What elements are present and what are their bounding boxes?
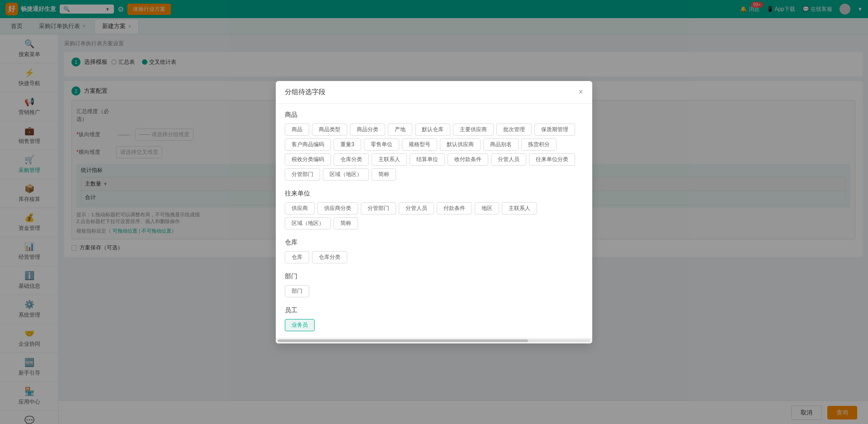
field-tag-customer-code[interactable]: 客户商品编码 (285, 138, 331, 151)
field-tag-default-supplier[interactable]: 默认供应商 (440, 138, 481, 151)
field-tags-partner: 供应商 供应商分类 分管部门 分管人员 付款条件 地区 主联系人 区域（地区） … (285, 202, 583, 229)
field-tag-warehouse-category[interactable]: 仓库分类 (334, 153, 369, 166)
field-tag-supervisor-dept[interactable]: 分管部门 (285, 168, 320, 181)
field-tag-short-name-product[interactable]: 简称 (372, 168, 396, 181)
field-group-dept: 部门 部门 (285, 272, 583, 297)
field-tag-dept[interactable]: 部门 (285, 285, 309, 297)
field-tag-pick-points[interactable]: 拣货积分 (521, 138, 557, 151)
field-tags-warehouse: 仓库 仓库分类 (285, 251, 583, 263)
field-tag-partner-category[interactable]: 往来单位分类 (529, 153, 575, 166)
field-group-employee: 员工 业务员 (285, 306, 583, 331)
field-tag-dept-partner[interactable]: 分管部门 (361, 202, 396, 214)
field-tag-origin[interactable]: 产地 (388, 124, 412, 136)
field-tag-product[interactable]: 商品 (285, 124, 309, 136)
field-tag-supplier[interactable]: 供应商 (285, 202, 315, 214)
field-tag-region-product[interactable]: 区域（地区） (323, 168, 369, 181)
modal-title: 分组待选字段 (285, 88, 326, 96)
field-tag-product-alias[interactable]: 商品别名 (483, 138, 519, 151)
field-tag-warehouse-cat[interactable]: 仓库分类 (312, 251, 347, 263)
field-tag-contact-partner[interactable]: 主联系人 (502, 202, 537, 214)
field-tag-supervisor[interactable]: 分管人员 (491, 153, 526, 166)
field-tag-person-partner[interactable]: 分管人员 (399, 202, 434, 214)
field-tag-area-partner[interactable]: 区域（地区） (285, 217, 331, 229)
field-tags-employee: 业务员 (285, 319, 583, 331)
field-group-product-title: 商品 (285, 111, 583, 119)
modal-close-button[interactable]: × (578, 87, 583, 97)
field-tag-warehouse[interactable]: 仓库 (285, 251, 309, 263)
field-tag-product-type[interactable]: 商品类型 (312, 124, 347, 136)
field-group-partner: 往来单位 供应商 供应商分类 分管部门 分管人员 付款条件 地区 主联系人 区域… (285, 190, 583, 229)
field-tag-shelf-life[interactable]: 保质期管理 (534, 124, 575, 136)
modal-body: 商品 商品 商品类型 商品分类 产地 默认仓库 主要供应商 批次管理 保质期管理… (276, 104, 592, 338)
field-tag-payment-terms[interactable]: 收付款条件 (448, 153, 488, 166)
field-tags-product: 商品 商品类型 商品分类 产地 默认仓库 主要供应商 批次管理 保质期管理 客户… (285, 124, 583, 181)
field-tag-main-supplier[interactable]: 主要供应商 (453, 124, 494, 136)
field-tag-settlement-unit[interactable]: 结算单位 (410, 153, 445, 166)
field-tag-main-contact[interactable]: 主联系人 (372, 153, 407, 166)
field-tag-retail-unit[interactable]: 零售单位 (364, 138, 399, 151)
modal-overlay[interactable]: 分组待选字段 × 商品 商品 商品类型 商品分类 产地 默认仓库 主要供应商 批… (0, 0, 868, 424)
field-tag-supplier-category[interactable]: 供应商分类 (317, 202, 358, 214)
modal-hscrollbar[interactable] (276, 338, 592, 343)
modal-header: 分组待选字段 × (276, 81, 592, 104)
field-group-partner-title: 往来单位 (285, 190, 583, 198)
field-group-employee-title: 员工 (285, 306, 583, 314)
field-tag-payment-cond[interactable]: 付款条件 (437, 202, 472, 214)
field-tag-weight3[interactable]: 重量3 (334, 138, 361, 151)
field-tag-product-category[interactable]: 商品分类 (350, 124, 385, 136)
field-tag-default-warehouse[interactable]: 默认仓库 (415, 124, 450, 136)
field-tags-dept: 部门 (285, 285, 583, 297)
field-tag-region-partner[interactable]: 地区 (475, 202, 499, 214)
field-tag-spec-model[interactable]: 规格型号 (402, 138, 437, 151)
field-group-product: 商品 商品 商品类型 商品分类 产地 默认仓库 主要供应商 批次管理 保质期管理… (285, 111, 583, 181)
field-tag-salesperson[interactable]: 业务员 (285, 319, 315, 331)
field-group-dept-title: 部门 (285, 272, 583, 281)
field-group-warehouse: 仓库 仓库 仓库分类 (285, 238, 583, 263)
field-tag-batch-management[interactable]: 批次管理 (496, 124, 532, 136)
field-tag-tax-code[interactable]: 税收分类编码 (285, 153, 331, 166)
field-select-modal: 分组待选字段 × 商品 商品 商品类型 商品分类 产地 默认仓库 主要供应商 批… (276, 81, 592, 343)
field-tag-short-partner[interactable]: 简称 (334, 217, 358, 229)
field-group-warehouse-title: 仓库 (285, 238, 583, 247)
